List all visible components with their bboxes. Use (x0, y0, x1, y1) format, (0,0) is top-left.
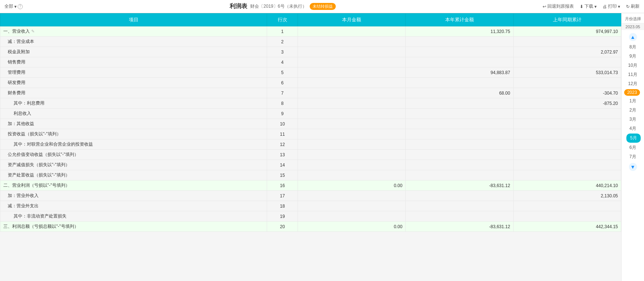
table-row-month-3 (298, 57, 406, 67)
table-row-prev-10 (513, 129, 621, 139)
table-row-item-9: 加：其他收益 (0, 119, 267, 129)
unposted-badge: 未结转损益 (310, 3, 336, 10)
sidebar-month-12[interactable]: 7月 (624, 152, 641, 161)
item-text-10: 投资收益（损失以"-"填列） (8, 131, 61, 136)
item-text-12: 公允价值变动收益（损失以"-"填列） (8, 152, 79, 157)
sidebar-month-2[interactable]: 10月 (624, 61, 641, 70)
sidebar-month-11[interactable]: 6月 (624, 143, 641, 152)
item-text-1: 减：营业成本 (8, 39, 34, 44)
table-row-prev-16: 2,130.05 (513, 191, 621, 201)
col-header-month: 本月金额 (298, 14, 406, 26)
report-table: 项目 行次 本月金额 本年累计金额 上年同期累计 一、营业收入✎111,320.… (0, 13, 621, 232)
table-row-year-9 (406, 119, 513, 129)
table-row-num-12[interactable]: 13 (267, 150, 298, 160)
table-row-month-13 (298, 160, 406, 170)
table-row-item-1: 减：营业成本 (0, 37, 267, 47)
scroll-down-button[interactable]: ▼ (629, 163, 637, 171)
table-row-year-3 (406, 57, 513, 67)
table-row-num-2: 3 (267, 47, 298, 57)
table-row-num-11[interactable]: 12 (267, 139, 298, 150)
table-row-prev-8 (513, 109, 621, 119)
item-text-6: 财务费用 (8, 90, 25, 95)
table-row-num-9[interactable]: 10 (267, 119, 298, 129)
table-row-month-10 (298, 129, 406, 139)
table-row-item-19: 三、利润总额（亏损总额以"-"号填列） (0, 222, 267, 232)
month-items: 8月9月10月11月12月20231月2月3月4月5月6月7月 (624, 43, 641, 161)
sidebar-month-9[interactable]: 4月 (624, 124, 641, 133)
sidebar-month-6[interactable]: 1月 (624, 96, 641, 106)
item-text-0: 一、营业收入 (3, 29, 30, 34)
table-row-year-11 (406, 139, 513, 150)
sidebar: 月份选择 2023.05 ▲ 8月9月10月11月12月20231月2月3月4月… (621, 13, 644, 281)
chevron-down-icon: ▾ (14, 4, 17, 9)
sidebar-month-10[interactable]: 5月 (626, 134, 641, 143)
table-row-num-18: 19 (267, 211, 298, 222)
table-row-prev-15: 440,214.10 (513, 180, 621, 191)
table-row-year-7 (406, 98, 513, 109)
table-row-num-16[interactable]: 17 (267, 191, 298, 201)
table-row-num-4: 5 (267, 67, 298, 78)
item-text-16: 加：营业外收入 (8, 193, 39, 198)
refresh-button[interactable]: ↻ 刷新 (626, 3, 640, 10)
table-row-month-9 (298, 119, 406, 129)
chevron-down-icon2: ▾ (594, 4, 597, 9)
table-row-month-6 (298, 88, 406, 98)
sidebar-month-4[interactable]: 12月 (624, 79, 641, 88)
nav-buttons-down: ▼ (627, 161, 638, 172)
sidebar-month-7[interactable]: 2月 (624, 106, 641, 115)
col-header-year: 本年累计金额 (406, 14, 513, 26)
table-row-year-17 (406, 201, 513, 211)
table-row-month-1 (298, 37, 406, 47)
table-row-year-18 (406, 211, 513, 222)
table-row-num-6: 7 (267, 88, 298, 98)
table-row-year-19: -83,631.12 (406, 222, 513, 232)
print-icon: 🖨 (602, 4, 607, 9)
table-row-prev-18 (513, 211, 621, 222)
table-row-month-8 (298, 109, 406, 119)
item-text-2: 税金及附加 (8, 49, 30, 54)
table-row-item-11: 其中：对联营企业和合营企业的投资收益 (0, 139, 267, 150)
month-list: ▲ 8月9月10月11月12月20231月2月3月4月5月6月7月 ▼ (622, 32, 644, 172)
main-container: 项目 行次 本月金额 本年累计金额 上年同期累计 一、营业收入✎111,320.… (0, 13, 644, 281)
back-button[interactable]: ↩ 回退到原报表 (543, 3, 574, 10)
table-row-num-10[interactable]: 11 (267, 129, 298, 139)
table-row-prev-12 (513, 150, 621, 160)
table-row-year-12 (406, 150, 513, 160)
table-row-num-8: 9 (267, 109, 298, 119)
table-row-prev-1 (513, 37, 621, 47)
scope-selector[interactable]: 全部 ▾ ? (4, 3, 23, 10)
edit-icon-0[interactable]: ✎ (31, 29, 35, 33)
print-button[interactable]: 🖨 打印 ▾ (602, 3, 620, 10)
sidebar-month-3[interactable]: 11月 (624, 70, 641, 79)
table-row-prev-19: 442,344.15 (513, 222, 621, 232)
item-text-14: 资产处置收益（损失以"-"填列） (8, 172, 70, 178)
table-row-num-14[interactable]: 15 (267, 170, 298, 180)
table-row-month-14 (298, 170, 406, 180)
table-row-month-17 (298, 201, 406, 211)
item-text-11: 其中：对联营企业和合营企业的投资收益 (14, 142, 93, 147)
col-header-item: 项目 (0, 14, 267, 26)
report-title: 利润表 (230, 3, 247, 10)
item-text-15: 二、营业利润（亏损以"-"号填列） (3, 183, 70, 188)
table-row-prev-4: 533,014.73 (513, 67, 621, 78)
table-row-item-18: 其中：非流动资产处置损失 (0, 211, 267, 222)
sidebar-month-0[interactable]: 8月 (624, 43, 641, 52)
table-row-num-5: 6 (267, 78, 298, 88)
sidebar-month-1[interactable]: 9月 (624, 52, 641, 61)
table-row-month-5 (298, 78, 406, 88)
table-row-item-10: 投资收益（损失以"-"填列） (0, 129, 267, 139)
top-bar-center: 利润表 财会〔2019〕6号（未执行） 未结转损益 (230, 3, 335, 10)
top-bar-right: ↩ 回退到原报表 ⬇ 下载 ▾ 🖨 打印 ▾ ↻ 刷新 (543, 3, 640, 10)
table-row-year-5 (406, 78, 513, 88)
table-row-num-13[interactable]: 14 (267, 160, 298, 170)
sidebar-month-5[interactable]: 2023 (624, 89, 640, 96)
table-row-prev-14 (513, 170, 621, 180)
item-text-17: 减：营业外支出 (8, 203, 39, 208)
download-button[interactable]: ⬇ 下载 ▾ (580, 3, 597, 10)
sidebar-month-8[interactable]: 3月 (624, 115, 641, 124)
table-row-prev-3 (513, 57, 621, 67)
item-text-19: 三、利润总额（亏损总额以"-"号填列） (3, 224, 79, 229)
help-icon: ? (18, 4, 23, 9)
scroll-up-button[interactable]: ▲ (629, 33, 637, 41)
table-row-year-8 (406, 109, 513, 119)
